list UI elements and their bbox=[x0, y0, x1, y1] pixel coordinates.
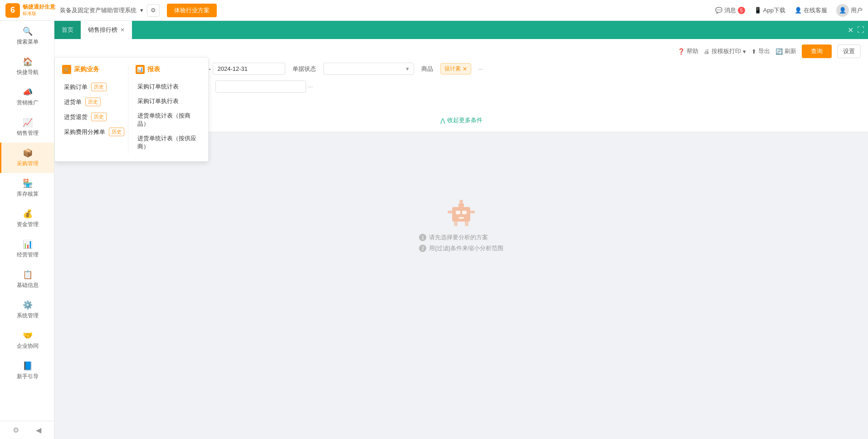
tab-content-wrapper: 🛒 采购业务 采购订单 历史 进货单 历史 进货退货 bbox=[54, 39, 868, 439]
gear-button[interactable]: ⚙ bbox=[147, 4, 160, 17]
collapse-sidebar-icon[interactable]: ◀ bbox=[36, 426, 41, 434]
svg-point-5 bbox=[459, 200, 463, 203]
header-right: 💬 消息 5 📱 App下载 👤 在线客服 👤 用户 bbox=[715, 4, 863, 17]
staff-input[interactable] bbox=[215, 80, 306, 93]
online-service-button[interactable]: 👤 在线客服 bbox=[795, 6, 827, 15]
tab-home[interactable]: 首页 bbox=[54, 21, 81, 39]
system-title-text: 装备及固定资产辅助管理系统 bbox=[60, 6, 137, 15]
tab-maximize-icon[interactable]: ⛶ bbox=[857, 26, 864, 34]
purchase-col-title: 🛒 采购业务 bbox=[62, 65, 128, 74]
help-button[interactable]: ❓ 帮助 bbox=[678, 44, 698, 58]
settings-bottom-icon[interactable]: ⚙ bbox=[13, 426, 19, 434]
user-menu[interactable]: 👤 用户 bbox=[836, 4, 863, 17]
order-status-label: 单据状态 bbox=[293, 65, 316, 73]
sidebar-item-finance[interactable]: 💰 资金管理 bbox=[0, 203, 54, 234]
print-button[interactable]: 🖨 按模板打印 ▾ bbox=[704, 44, 746, 58]
dropdown-item-inbound-by-goods[interactable]: 进货单统计表（按商品） bbox=[136, 109, 201, 131]
megaphone-icon: 📣 bbox=[23, 87, 33, 97]
sidebar-item-label: 系统管理 bbox=[17, 312, 39, 320]
sidebar-item-nav[interactable]: 🏠 快捷导航 bbox=[0, 51, 54, 82]
svg-rect-9 bbox=[465, 222, 468, 226]
phone-icon: 📱 bbox=[754, 7, 761, 14]
basic-icon: 📋 bbox=[23, 270, 33, 280]
purchase-dropdown-menu: 🛒 采购业务 采购订单 历史 进货单 历史 进货退货 bbox=[54, 57, 209, 162]
sidebar-item-guide[interactable]: 📘 新手引导 bbox=[0, 355, 54, 386]
sidebar-item-system[interactable]: ⚙️ 系统管理 bbox=[0, 295, 54, 325]
sidebar-item-sales[interactable]: 📈 销售管理 bbox=[0, 112, 54, 143]
hist-badge: 历史 bbox=[91, 113, 107, 121]
sidebar-item-basic[interactable]: 📋 基础信息 bbox=[0, 264, 54, 295]
app-download-button[interactable]: 📱 App下载 bbox=[754, 6, 785, 15]
filter-toolbar: ❓ 帮助 🖨 按模板打印 ▾ ⬆ 导出 🔄 bbox=[62, 44, 861, 58]
dropdown-item-inbound-by-supplier[interactable]: 进货单统计表（按供应商） bbox=[136, 131, 201, 154]
goods-more-btn[interactable]: ··· bbox=[478, 65, 483, 72]
sidebar-item-operation[interactable]: 📊 经营管理 bbox=[0, 234, 54, 264]
date-separator: - bbox=[209, 65, 210, 72]
step-1: 1 bbox=[419, 234, 426, 241]
refresh-button[interactable]: 🔄 刷新 bbox=[775, 44, 796, 58]
system-title-dropdown[interactable]: ▾ bbox=[140, 7, 143, 14]
dropdown-item-inbound[interactable]: 进货单 历史 bbox=[62, 94, 128, 109]
report-col-icon: 📊 bbox=[136, 65, 145, 74]
dropdown-item-inbound-return[interactable]: 进货退货 历史 bbox=[62, 109, 128, 124]
dropdown-item-label: 进货单统计表（按供应商） bbox=[137, 134, 200, 151]
sidebar-item-label: 库存核算 bbox=[17, 190, 39, 198]
print-dropdown-icon[interactable]: ▾ bbox=[743, 48, 746, 55]
sidebar: 🔍 搜索菜单 🏠 快捷导航 📣 营销推广 📈 销售管理 📦 采购管理 🏪 库存核… bbox=[0, 21, 54, 439]
dropdown-item-purchase-fee[interactable]: 采购费用分摊单 历史 bbox=[62, 124, 128, 139]
sidebar-item-label: 营销推广 bbox=[17, 99, 39, 107]
sidebar-item-enterprise[interactable]: 🤝 企业协同 bbox=[0, 325, 54, 355]
query-button[interactable]: 查询 bbox=[802, 44, 832, 58]
user-avatar: 👤 bbox=[836, 4, 849, 17]
enterprise-icon: 🤝 bbox=[23, 330, 33, 340]
staff-more-btn[interactable]: ··· bbox=[308, 83, 313, 90]
export-icon: ⬆ bbox=[751, 48, 756, 55]
tab-close-window-icon[interactable]: ✕ bbox=[848, 26, 853, 35]
dropdown-item-po-exec[interactable]: 采购订单执行表 bbox=[136, 94, 201, 109]
dropdown-item-label: 采购订单执行表 bbox=[137, 97, 179, 105]
empty-tips: 1 请先选择要分析的方案 2 用[过滤]条件来缩小分析范围 bbox=[419, 233, 503, 252]
tab-home-label: 首页 bbox=[62, 26, 73, 34]
sidebar-item-inventory[interactable]: 🏪 库存核算 bbox=[0, 173, 54, 203]
step-2: 2 bbox=[419, 245, 426, 252]
date-end-input[interactable] bbox=[213, 63, 285, 75]
tab-right-controls: ✕ ⛶ bbox=[848, 21, 868, 39]
svg-rect-6 bbox=[448, 211, 452, 213]
goods-label: 商品 bbox=[421, 65, 433, 73]
industry-button[interactable]: 体验行业方案 bbox=[167, 4, 217, 17]
sidebar-item-label: 销售管理 bbox=[17, 129, 39, 137]
export-button[interactable]: ⬆ 导出 bbox=[751, 44, 770, 58]
sidebar-item-label: 资金管理 bbox=[17, 221, 39, 228]
logo-text: 畅捷通好生意 标准版 bbox=[23, 4, 55, 17]
svg-rect-8 bbox=[454, 222, 458, 226]
operation-icon: 📊 bbox=[23, 239, 33, 249]
print-icon: 🖨 bbox=[704, 48, 710, 55]
logo-icon: 6 bbox=[5, 3, 20, 18]
logo-area: 6 畅捷通好生意 标准版 bbox=[5, 3, 60, 18]
tab-sales-rank[interactable]: 销售排行榜 ✕ bbox=[81, 21, 132, 39]
goods-tag-close[interactable]: ✕ bbox=[463, 66, 467, 72]
report-col-title: 📊 报表 bbox=[136, 65, 201, 74]
sidebar-item-purchase[interactable]: 📦 采购管理 bbox=[0, 143, 54, 173]
svg-rect-1 bbox=[456, 211, 460, 214]
help-icon: ❓ bbox=[678, 48, 685, 55]
finance-icon: 💰 bbox=[23, 209, 33, 219]
sidebar-item-search[interactable]: 🔍 搜索菜单 bbox=[0, 21, 54, 51]
setting-button[interactable]: 设置 bbox=[837, 44, 861, 58]
tab-sales-rank-label: 销售排行榜 bbox=[88, 26, 117, 34]
refresh-icon: 🔄 bbox=[775, 48, 783, 55]
inventory-icon: 🏪 bbox=[23, 178, 33, 188]
message-button[interactable]: 💬 消息 5 bbox=[715, 6, 745, 15]
system-icon: ⚙️ bbox=[23, 300, 33, 310]
dropdown-item-purchase-order[interactable]: 采购订单 历史 bbox=[62, 79, 128, 94]
message-icon: 💬 bbox=[715, 7, 722, 14]
main-layout: 🔍 搜索菜单 🏠 快捷导航 📣 营销推广 📈 销售管理 📦 采购管理 🏪 库存核… bbox=[0, 21, 868, 439]
tab-close-icon[interactable]: ✕ bbox=[120, 27, 125, 33]
dropdown-item-po-stat[interactable]: 采购订单统计表 bbox=[136, 79, 201, 94]
empty-tip-1: 1 请先选择要分析的方案 bbox=[419, 233, 503, 242]
search-icon: 🔍 bbox=[23, 26, 33, 36]
message-badge: 5 bbox=[738, 7, 745, 14]
order-status-select[interactable]: ▾ bbox=[323, 63, 414, 75]
hist-badge: 历史 bbox=[91, 83, 107, 91]
sidebar-item-marketing[interactable]: 📣 营销推广 bbox=[0, 82, 54, 112]
